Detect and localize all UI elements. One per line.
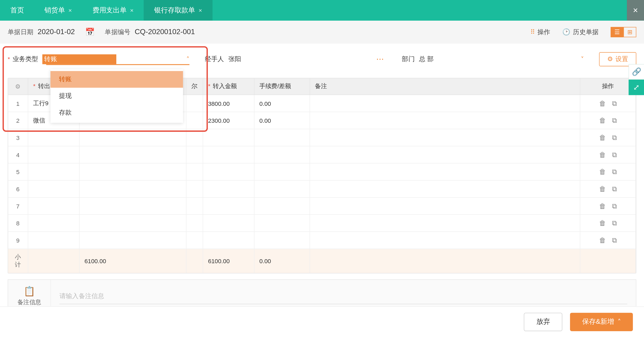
cell-out-amt[interactable] (79, 180, 186, 198)
dropdown-option-withdraw[interactable]: 提现 (50, 88, 183, 104)
dept-value[interactable]: 总 部 (419, 55, 581, 63)
cell-in-acct[interactable] (186, 129, 203, 146)
cell-remark[interactable] (310, 232, 580, 249)
cell-in-amt[interactable] (203, 180, 254, 198)
attachment-button[interactable]: 🔗 (629, 64, 644, 80)
expand-button[interactable]: ⤢ (629, 80, 644, 95)
cell-in-acct[interactable] (186, 180, 203, 198)
cell-remark[interactable] (310, 215, 580, 232)
copy-row-icon[interactable]: ⧉ (612, 219, 617, 227)
tab-bank[interactable]: 银行存取款单× (144, 0, 212, 21)
delete-row-icon[interactable]: 🗑 (599, 185, 606, 193)
cell-fee[interactable] (254, 146, 310, 163)
cell-in-acct[interactable] (186, 112, 203, 129)
delete-row-icon[interactable]: 🗑 (599, 236, 606, 244)
delete-row-icon[interactable]: 🗑 (599, 202, 606, 210)
cell-fee[interactable] (254, 180, 310, 198)
cell-out-amt[interactable] (79, 197, 186, 215)
cell-remark[interactable] (310, 197, 580, 215)
copy-row-icon[interactable]: ⧉ (612, 236, 617, 244)
cell-remark[interactable] (310, 95, 580, 112)
table-row[interactable]: 3🗑⧉ (8, 129, 636, 146)
close-icon[interactable]: × (68, 7, 72, 14)
cell-out-acct[interactable] (28, 197, 79, 215)
cell-in-amt[interactable] (203, 215, 254, 232)
cell-out-amt[interactable] (79, 232, 186, 249)
view-grid-button[interactable]: ⊞ (623, 27, 636, 37)
copy-row-icon[interactable]: ⧉ (612, 168, 617, 176)
handler-value[interactable]: 张阳 (228, 55, 376, 63)
history-button[interactable]: 🕑历史单据 (562, 28, 599, 36)
cell-in-acct[interactable] (186, 232, 203, 249)
chevron-down-icon[interactable]: ˅ (581, 56, 584, 62)
close-icon[interactable]: × (199, 7, 202, 14)
cell-out-acct[interactable] (28, 129, 79, 146)
cell-fee[interactable] (254, 197, 310, 215)
cell-in-amt[interactable] (203, 232, 254, 249)
close-panel-button[interactable]: × (627, 0, 644, 21)
cell-fee[interactable] (254, 163, 310, 180)
remarks-input[interactable] (59, 288, 627, 304)
cell-out-acct[interactable] (28, 232, 79, 249)
cell-fee[interactable]: 0.00 (254, 112, 310, 129)
copy-row-icon[interactable]: ⧉ (612, 202, 617, 210)
cell-remark[interactable] (310, 146, 580, 163)
copy-row-icon[interactable]: ⧉ (612, 99, 617, 107)
table-row[interactable]: 6🗑⧉ (8, 180, 636, 198)
table-row[interactable]: 8🗑⧉ (8, 215, 636, 232)
delete-row-icon[interactable]: 🗑 (599, 117, 606, 124)
chevron-up-icon[interactable]: ˄ (186, 56, 189, 62)
cell-out-acct[interactable] (28, 163, 79, 180)
cell-in-amt[interactable] (203, 129, 254, 146)
cell-in-acct[interactable] (186, 163, 203, 180)
cell-fee[interactable] (254, 129, 310, 146)
tab-home[interactable]: 首页 (0, 0, 34, 21)
cell-in-acct[interactable] (186, 215, 203, 232)
cell-remark[interactable] (310, 129, 580, 146)
tab-sales[interactable]: 销货单× (34, 0, 82, 21)
cell-in-amt[interactable] (203, 197, 254, 215)
dropdown-option-transfer[interactable]: 转账 (50, 71, 183, 88)
ops-menu[interactable]: ⠿操作 (530, 28, 550, 36)
cell-in-amt[interactable]: 3800.00 (203, 95, 254, 112)
discard-button[interactable]: 放弃 (524, 313, 563, 331)
gear-header[interactable]: ⚙ (8, 78, 28, 95)
cell-out-acct[interactable] (28, 146, 79, 163)
copy-row-icon[interactable]: ⧉ (612, 117, 617, 124)
cell-remark[interactable] (310, 180, 580, 198)
delete-row-icon[interactable]: 🗑 (599, 219, 606, 227)
copy-row-icon[interactable]: ⧉ (612, 151, 617, 158)
view-list-button[interactable]: ☰ (611, 27, 624, 37)
cell-out-amt[interactable] (79, 215, 186, 232)
cell-out-amt[interactable] (79, 129, 186, 146)
copy-row-icon[interactable]: ⧉ (612, 134, 617, 141)
cell-in-acct[interactable] (186, 146, 203, 163)
calendar-icon[interactable]: 📅 (85, 28, 95, 37)
cell-in-acct[interactable] (186, 95, 203, 112)
delete-row-icon[interactable]: 🗑 (599, 151, 606, 158)
cell-remark[interactable] (310, 163, 580, 180)
cell-out-acct[interactable] (28, 180, 79, 198)
save-add-button[interactable]: 保存&新增˄ (570, 313, 633, 331)
close-icon[interactable]: × (130, 7, 134, 14)
delete-row-icon[interactable]: 🗑 (599, 134, 606, 141)
date-value[interactable]: 2020-01-02 (38, 28, 75, 36)
cell-out-acct[interactable] (28, 215, 79, 232)
biz-type-value[interactable]: 转账 (43, 54, 116, 64)
cell-in-acct[interactable] (186, 197, 203, 215)
table-row[interactable]: 7🗑⧉ (8, 197, 636, 215)
cell-fee[interactable] (254, 232, 310, 249)
cell-in-amt[interactable]: 2300.00 (203, 112, 254, 129)
cell-fee[interactable] (254, 215, 310, 232)
copy-row-icon[interactable]: ⧉ (612, 185, 617, 193)
table-row[interactable]: 5🗑⧉ (8, 163, 636, 180)
cell-fee[interactable]: 0.00 (254, 95, 310, 112)
delete-row-icon[interactable]: 🗑 (599, 99, 606, 107)
table-row[interactable]: 4🗑⧉ (8, 146, 636, 163)
delete-row-icon[interactable]: 🗑 (599, 168, 606, 176)
tab-expense[interactable]: 费用支出单× (82, 0, 144, 21)
more-icon[interactable]: ⋯ (376, 54, 385, 64)
cell-out-amt[interactable] (79, 146, 186, 163)
cell-out-amt[interactable] (79, 163, 186, 180)
cell-in-amt[interactable] (203, 146, 254, 163)
